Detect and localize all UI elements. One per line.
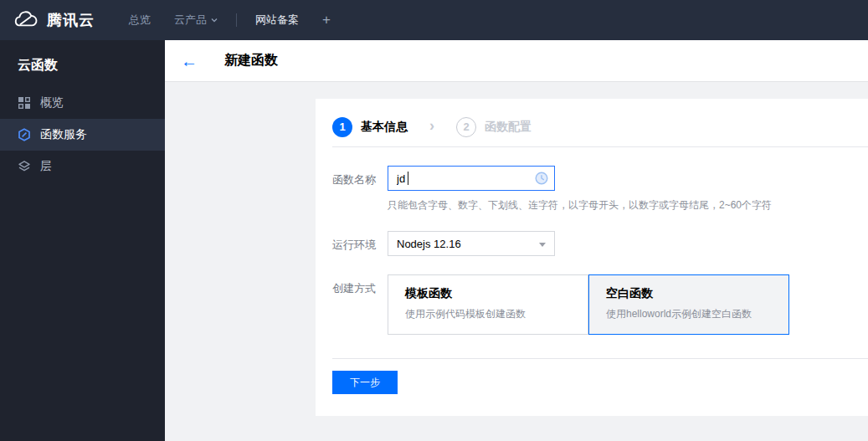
- function-name-input[interactable]: [388, 166, 555, 191]
- creation-method-label: 创建方式: [332, 274, 388, 335]
- page-title: 新建函数: [224, 52, 278, 69]
- step-function-config: 2 函数配置: [456, 117, 532, 137]
- sidebar-item-function-service[interactable]: 函数服务: [0, 119, 165, 151]
- tencent-cloud-console: 腾讯云 总览 云产品 网站备案 + 云函数: [0, 0, 868, 441]
- select-caret-icon: [539, 243, 546, 247]
- sidebar-item-overview[interactable]: 概览: [0, 87, 165, 119]
- sidebar-item-label: 层: [40, 159, 52, 174]
- runtime-row: 运行环境 Nodejs 12.16: [332, 231, 868, 256]
- autofill-clock-icon[interactable]: [535, 172, 548, 185]
- step-indicator: 1 基本信息 › 2 函数配置: [332, 107, 868, 147]
- option-title: 空白函数: [606, 286, 788, 301]
- step-number-badge: 1: [332, 117, 352, 137]
- sidebar-item-label: 函数服务: [40, 127, 87, 142]
- nav-cloud-products-label: 云产品: [174, 13, 207, 28]
- layers-icon: [18, 160, 31, 173]
- creation-method-options: 模板函数 使用示例代码模板创建函数 空白函数 使用helloworld示例创建空…: [388, 274, 789, 335]
- back-button[interactable]: ←: [181, 53, 198, 69]
- step-label: 基本信息: [361, 120, 408, 135]
- runtime-select[interactable]: Nodejs 12.16: [388, 231, 555, 256]
- sidebar-title: 云函数: [0, 40, 165, 87]
- tencent-cloud-logo-icon: [11, 9, 39, 31]
- panel-footer: 下一步: [316, 359, 868, 394]
- function-name-row: 函数名称 只能包含字母、数字、下划线、: [332, 166, 868, 213]
- grid-icon: [18, 96, 31, 110]
- brand[interactable]: 腾讯云: [0, 9, 109, 31]
- creation-method-row: 创建方式 模板函数 使用示例代码模板创建函数 空白函数 使用helloworld…: [332, 274, 868, 335]
- nav-separator: [236, 13, 237, 27]
- option-blank-function[interactable]: 空白函数 使用helloworld示例创建空白函数: [588, 274, 789, 335]
- top-navigation: 总览 云产品 网站备案 +: [117, 12, 342, 28]
- nav-cloud-products[interactable]: 云产品: [174, 13, 218, 28]
- page-header: ← 新建函数: [165, 40, 868, 82]
- step-chevron-icon: ›: [429, 117, 434, 135]
- create-function-form: 函数名称 只能包含字母、数字、下划线、: [332, 166, 868, 335]
- nav-website-beian[interactable]: 网站备案: [255, 13, 299, 28]
- runtime-selected-value: Nodejs 12.16: [397, 238, 461, 250]
- function-hexagon-icon: [18, 128, 31, 141]
- nav-overview[interactable]: 总览: [129, 13, 151, 28]
- topbar: 腾讯云 总览 云产品 网站备案 +: [0, 0, 868, 40]
- sidebar-item-layers[interactable]: 层: [0, 151, 165, 182]
- step-basic-info: 1 基本信息: [332, 117, 408, 137]
- step-label: 函数配置: [485, 120, 532, 135]
- brand-label: 腾讯云: [47, 10, 95, 30]
- option-desc: 使用示例代码模板创建函数: [405, 307, 588, 321]
- option-desc: 使用helloworld示例创建空白函数: [606, 307, 788, 321]
- sidebar-item-label: 概览: [40, 95, 64, 110]
- create-function-panel: 1 基本信息 › 2 函数配置 函数名称: [316, 99, 868, 416]
- step-number-badge: 2: [456, 117, 476, 137]
- option-template-function[interactable]: 模板函数 使用示例代码模板创建函数: [388, 274, 588, 335]
- runtime-label: 运行环境: [332, 231, 388, 256]
- option-title: 模板函数: [405, 286, 588, 301]
- function-name-input-wrap: [388, 166, 555, 191]
- chevron-down-icon: [211, 18, 218, 23]
- text-cursor: [408, 172, 408, 185]
- function-name-label: 函数名称: [332, 166, 388, 213]
- next-step-button[interactable]: 下一步: [332, 371, 398, 394]
- function-name-help: 只能包含字母、数字、下划线、连字符，以字母开头，以数字或字母结尾，2~60个字符: [388, 198, 772, 213]
- content-area: 1 基本信息 › 2 函数配置 函数名称: [165, 83, 868, 441]
- add-tab-button[interactable]: +: [322, 12, 331, 28]
- sidebar: 云函数 概览 函数服务: [0, 40, 165, 441]
